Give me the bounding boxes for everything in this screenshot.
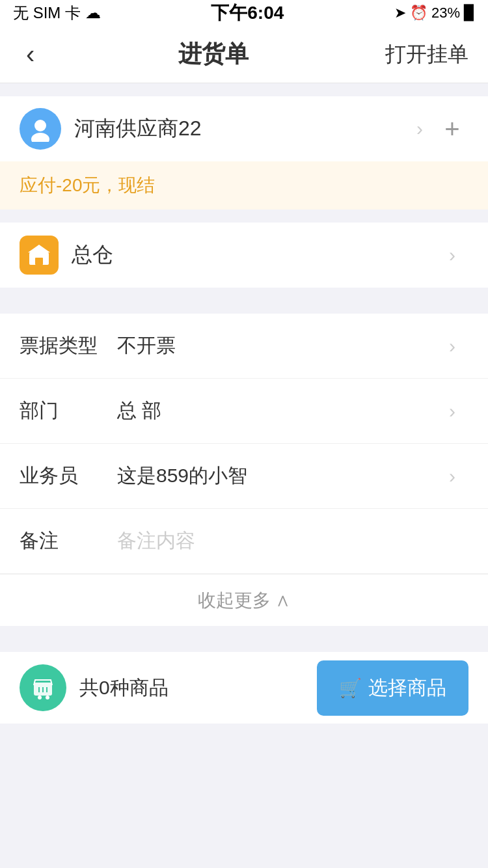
page-title: 进货单 bbox=[178, 38, 249, 70]
department-label: 部门 bbox=[20, 398, 111, 424]
section-gap-1 bbox=[0, 83, 488, 96]
chevron-right-icon: › bbox=[416, 118, 423, 140]
cart-icon-wrap bbox=[20, 664, 66, 711]
chevron-right-icon: › bbox=[449, 244, 455, 266]
svg-point-1 bbox=[31, 133, 49, 142]
svg-marker-3 bbox=[28, 245, 50, 252]
collapse-label: 收起更多 ∧ bbox=[198, 588, 291, 613]
alarm-icon: ⏰ bbox=[410, 5, 427, 21]
avatar bbox=[20, 108, 61, 150]
notice-text: 应付-20元，现结 bbox=[20, 175, 155, 195]
section-gap-3 bbox=[0, 288, 488, 301]
salesperson-value: 这是859的小智 bbox=[111, 463, 449, 489]
bottom-bar: 共0种商品 🛒 选择商品 bbox=[0, 652, 488, 724]
supplier-row[interactable]: 河南供应商22 › + bbox=[0, 96, 488, 161]
sim-status: 无 SIM 卡 ☁ bbox=[13, 3, 101, 23]
battery-icon: ▉ bbox=[464, 5, 475, 21]
invoice-type-value: 不开票 bbox=[111, 332, 449, 359]
notice-bar: 应付-20元，现结 bbox=[0, 161, 488, 210]
department-value: 总 部 bbox=[111, 398, 449, 424]
chevron-right-icon: › bbox=[449, 465, 455, 487]
chevron-right-icon: › bbox=[449, 400, 455, 422]
location-icon: ➤ bbox=[394, 5, 406, 21]
select-btn-label: 选择商品 bbox=[368, 675, 446, 701]
svg-point-0 bbox=[34, 120, 46, 131]
salesperson-row[interactable]: 业务员 这是859的小智 › bbox=[0, 444, 488, 509]
remark-value[interactable]: 备注内容 bbox=[111, 528, 468, 554]
warehouse-icon bbox=[20, 236, 59, 275]
svg-point-7 bbox=[46, 696, 49, 699]
collapse-row[interactable]: 收起更多 ∧ bbox=[0, 574, 488, 626]
svg-rect-4 bbox=[35, 258, 43, 265]
warehouse-name: 总仓 bbox=[72, 241, 449, 269]
status-left: 无 SIM 卡 ☁ bbox=[13, 3, 101, 23]
select-icon: 🛒 bbox=[339, 677, 362, 699]
select-product-button[interactable]: 🛒 选择商品 bbox=[317, 660, 468, 716]
warehouse-row[interactable]: 总仓 › bbox=[0, 223, 488, 288]
svg-point-6 bbox=[38, 696, 42, 699]
chevron-right-icon: › bbox=[449, 335, 455, 357]
invoice-type-label: 票据类型 bbox=[20, 332, 111, 359]
nav-bar: ‹ 进货单 打开挂单 bbox=[0, 26, 488, 83]
product-count: 共0种商品 bbox=[79, 675, 317, 701]
salesperson-label: 业务员 bbox=[20, 463, 111, 489]
status-bar: 无 SIM 卡 ☁ 下午6:04 ➤ ⏰ 23% ▉ bbox=[0, 0, 488, 26]
supplier-card: 河南供应商22 › + 应付-20元，现结 bbox=[0, 96, 488, 210]
remark-label: 备注 bbox=[20, 528, 111, 554]
department-row[interactable]: 部门 总 部 › bbox=[0, 379, 488, 444]
battery-text: 23% bbox=[431, 5, 460, 21]
remark-row[interactable]: 备注 备注内容 bbox=[0, 509, 488, 574]
status-time: 下午6:04 bbox=[211, 1, 284, 25]
status-right: ➤ ⏰ 23% ▉ bbox=[394, 5, 475, 21]
add-button[interactable]: + bbox=[436, 115, 468, 144]
open-pending-button[interactable]: 打开挂单 bbox=[385, 40, 468, 69]
page-background bbox=[0, 724, 488, 868]
back-button[interactable]: ‹ bbox=[20, 33, 41, 75]
section-gap-4 bbox=[0, 626, 488, 639]
section-gap-2 bbox=[0, 210, 488, 223]
supplier-name: 河南供应商22 bbox=[74, 115, 416, 143]
invoice-type-row[interactable]: 票据类型 不开票 › bbox=[0, 314, 488, 379]
form-card: 票据类型 不开票 › 部门 总 部 › 业务员 这是859的小智 › 备注 备注… bbox=[0, 314, 488, 626]
